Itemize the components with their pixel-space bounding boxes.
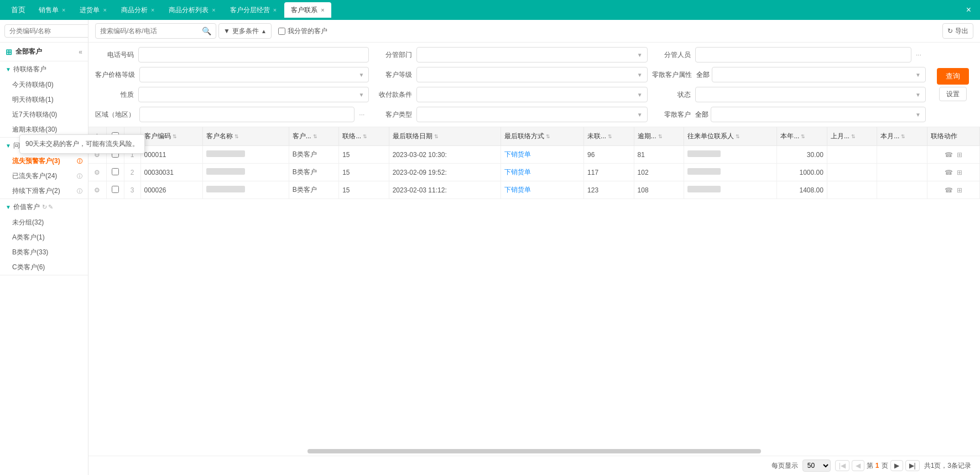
tab-purchase-label: 进货单 — [80, 6, 100, 15]
filter-dept-select[interactable]: ▼ — [416, 47, 647, 62]
sidebar-item-churned[interactable]: 已流失客户(24) ⓘ — [0, 169, 88, 184]
sidebar-item-today[interactable]: 今天待联络(0) — [0, 77, 88, 92]
tab-product-list[interactable]: 商品分析列表 × — [162, 2, 222, 18]
sidebar-item-declining[interactable]: 持续下滑客户(2) ⓘ — [0, 184, 88, 199]
refresh-small-icon[interactable]: ↻ — [42, 203, 47, 211]
row-settings[interactable]: ⚙ — [88, 164, 106, 181]
sidebar-group-value-header[interactable]: ▼ 价值客户 ↻ ✎ — [0, 199, 88, 215]
col-name[interactable]: 客户名称⇅ — [202, 127, 289, 146]
main-layout: 🔍 ⊞ 全部客户 « ▼ 待联络客户 今天待联络(0) 明天待联络(1) 近7天… — [0, 20, 980, 475]
tab-customer-contact-close[interactable]: × — [321, 7, 324, 13]
filter-customer-type-select[interactable]: ▼ — [416, 107, 647, 122]
row-action[interactable]: ☎ ⊞ — [927, 146, 979, 164]
filter-status-select[interactable]: ▼ — [695, 87, 926, 102]
sidebar-item-b-class[interactable]: B类客户(33) — [0, 245, 88, 260]
sidebar-item-c-class[interactable]: C类客户(6) — [0, 260, 88, 275]
filter-person-more[interactable]: ··· — [911, 51, 926, 59]
search-submit-icon[interactable]: 🔍 — [202, 27, 211, 35]
row-settings[interactable]: ⚙ — [88, 181, 106, 199]
filter-phone-input[interactable] — [138, 47, 369, 62]
my-customers-checkbox[interactable] — [278, 28, 285, 35]
row-action[interactable]: ☎ ⊞ — [927, 164, 979, 181]
row-checkbox[interactable] — [112, 186, 119, 193]
prev-page-btn[interactable]: ◀ — [852, 460, 864, 471]
search-input[interactable] — [100, 27, 200, 35]
per-page-select[interactable]: 50 100 200 — [802, 460, 831, 472]
export-btn[interactable]: ↻ 导出 — [942, 23, 973, 39]
row-checkbox[interactable] — [112, 168, 119, 175]
col-contacts[interactable]: 联络...⇅ — [339, 127, 389, 146]
next-page-btn[interactable]: ▶ — [890, 460, 903, 471]
more-action-icon[interactable]: ⊞ — [957, 169, 962, 176]
tab-home[interactable]: 首页 — [4, 5, 32, 15]
tab-customer-layer[interactable]: 客户分层经营 × — [223, 2, 283, 18]
filter-nature-select[interactable]: ▼ — [138, 87, 369, 102]
contact-icon[interactable]: ☎ — [945, 186, 953, 194]
sidebar-item-a-class[interactable]: A类客户(1) — [0, 230, 88, 245]
row-last-method[interactable]: 下销货单 — [501, 146, 584, 164]
col-last-month[interactable]: 上月...⇅ — [827, 127, 877, 146]
tab-customer-layer-close[interactable]: × — [273, 7, 277, 13]
sidebar-item-churn-warning[interactable]: 流失预警客户(3) ⓘ — [0, 154, 88, 169]
filter-region-more[interactable]: ··· — [355, 111, 369, 118]
settings-button[interactable]: 设置 — [939, 87, 967, 101]
col-last-date[interactable]: 最后联络日期⇅ — [389, 127, 501, 146]
my-customers-filter[interactable]: 我分管的客户 — [274, 23, 332, 39]
col-not-contacted[interactable]: 未联...⇅ — [584, 127, 634, 146]
sidebar-group-pending-header[interactable]: ▼ 待联络客户 — [0, 61, 88, 77]
col-overdue[interactable]: 逾期...⇅ — [634, 127, 684, 146]
page-nav: |◀ ◀ 第 1 页 ▶ ▶| — [835, 460, 920, 471]
filter-region-select[interactable] — [139, 107, 355, 122]
filter-price-level-select[interactable]: ▼ — [139, 67, 369, 82]
horizontal-scrollbar[interactable] — [88, 447, 980, 456]
filter-payment-select[interactable]: ▼ — [416, 87, 647, 102]
tab-purchase-close[interactable]: × — [103, 7, 106, 13]
filter-retail-attr-select[interactable]: ▼ — [712, 67, 926, 82]
edit-small-icon[interactable]: ✎ — [48, 203, 53, 211]
scrollbar-track[interactable] — [307, 449, 761, 453]
row-code: 000011 — [140, 146, 202, 164]
sidebar-all-customers[interactable]: ⊞ 全部客户 « — [0, 43, 88, 61]
sidebar-item-7days[interactable]: 近7天待联络(0) — [0, 107, 88, 122]
row-checkbox-cell[interactable] — [106, 164, 124, 181]
sidebar-group-value-label: 价值客户 — [13, 202, 40, 212]
filter-retail-select[interactable]: ▼ — [711, 107, 926, 122]
row-settings-icon[interactable]: ⚙ — [94, 186, 100, 194]
contact-icon[interactable]: ☎ — [945, 169, 953, 176]
tab-sales-close[interactable]: × — [62, 7, 65, 13]
filter-region-label: 区域（地区） — [95, 110, 135, 119]
col-this-year[interactable]: 本年...⇅ — [777, 127, 827, 146]
more-action-icon[interactable]: ⊞ — [957, 186, 962, 194]
row-checkbox-cell[interactable] — [106, 181, 124, 199]
sidebar-group-pending-label: 待联络客户 — [13, 65, 46, 74]
tab-product-analysis-close[interactable]: × — [151, 7, 154, 13]
query-button[interactable]: 查询 — [937, 68, 969, 85]
tab-product-list-close[interactable]: × — [212, 7, 215, 13]
row-action[interactable]: ☎ ⊞ — [927, 181, 979, 199]
collapse-icon[interactable]: « — [79, 48, 82, 56]
more-action-icon[interactable]: ⊞ — [957, 151, 962, 159]
col-this-month[interactable]: 本月...⇅ — [877, 127, 927, 146]
window-close-button[interactable]: × — [962, 3, 976, 17]
last-page-btn[interactable]: ▶| — [905, 460, 920, 471]
sidebar-item-tomorrow[interactable]: 明天待联络(1) — [0, 92, 88, 107]
tab-customer-contact[interactable]: 客户联系 × — [284, 2, 331, 18]
first-page-btn[interactable]: |◀ — [835, 460, 849, 471]
contact-icon[interactable]: ☎ — [945, 151, 953, 159]
col-unit-contact[interactable]: 往来单位联系人⇅ — [684, 127, 777, 146]
scrollbar-thumb[interactable] — [307, 449, 761, 453]
more-conditions-btn[interactable]: ▼ 更多条件 ▲ — [218, 23, 272, 39]
row-settings-icon[interactable]: ⚙ — [94, 169, 100, 176]
tab-sales[interactable]: 销售单 × — [32, 2, 72, 18]
col-last-method[interactable]: 最后联络方式⇅ — [501, 127, 584, 146]
filter-customer-level-select[interactable]: ▼ — [416, 67, 647, 82]
col-code[interactable]: 客户编码⇅ — [140, 127, 202, 146]
row-last-method[interactable]: 下销货单 — [501, 164, 584, 181]
row-last-method[interactable]: 下销货单 — [501, 181, 584, 199]
col-type[interactable]: 客户...⇅ — [289, 127, 338, 146]
sidebar-search-input[interactable] — [4, 24, 88, 38]
filter-person-select[interactable] — [695, 47, 911, 62]
tab-purchase[interactable]: 进货单 × — [73, 2, 113, 18]
tab-product-analysis[interactable]: 商品分析 × — [114, 2, 161, 18]
sidebar-item-ungrouped[interactable]: 未分组(32) — [0, 215, 88, 230]
